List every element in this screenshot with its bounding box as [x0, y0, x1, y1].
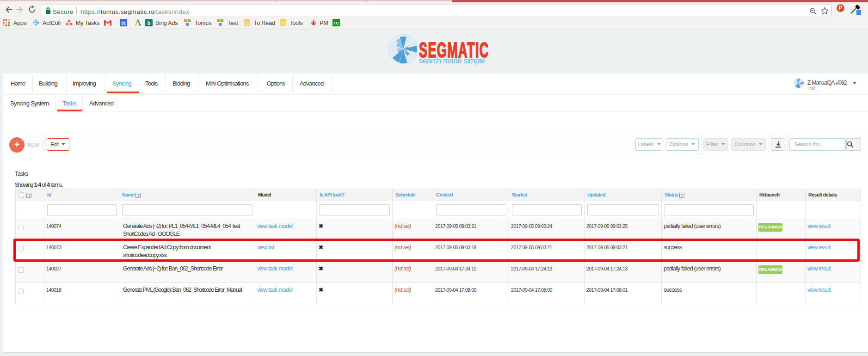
- svg-text:b: b: [148, 20, 151, 26]
- svg-text:31: 31: [121, 21, 126, 25]
- svg-text:TC: TC: [333, 21, 339, 25]
